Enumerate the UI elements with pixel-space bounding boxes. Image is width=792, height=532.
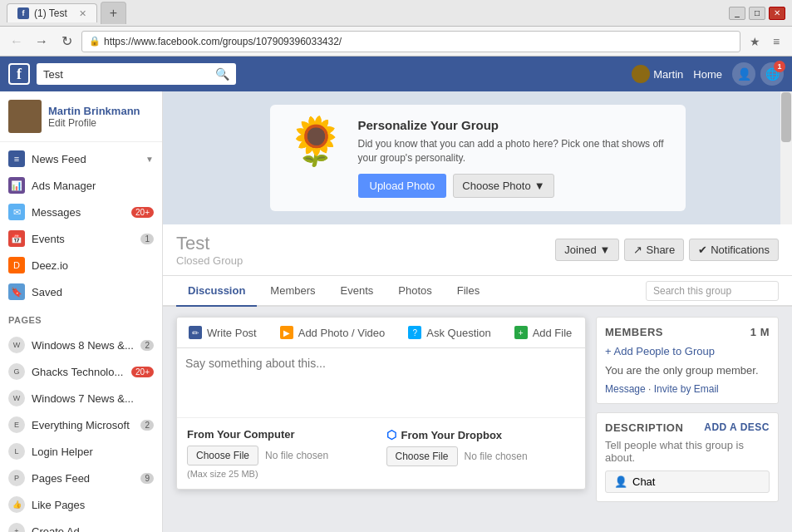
login-helper-icon: L — [8, 443, 25, 460]
from-dropbox-label: From Your Dropbox — [401, 429, 503, 441]
add-people-link[interactable]: + Add People to Group — [605, 345, 770, 357]
joined-arrow: ▼ — [600, 244, 611, 256]
fb-search-box[interactable]: 🔍 — [37, 63, 236, 85]
invite-link[interactable]: Invite by Email — [654, 383, 719, 395]
sidebar-like-pages-label: Like Pages — [32, 499, 85, 511]
sidebar-avatar — [8, 100, 42, 133]
joined-label: Joined — [564, 244, 596, 256]
new-tab-btn[interactable]: + — [101, 2, 126, 24]
title-bar: f (1) Test ✕ + _ □ ✕ — [0, 0, 792, 27]
fb-notifications-btn[interactable]: 🌐 1 — [760, 62, 784, 86]
scrollbar-thumb[interactable] — [781, 92, 791, 142]
tab-files[interactable]: Files — [445, 276, 491, 307]
sidebar-item-messages[interactable]: ✉ Messages 20+ — [0, 199, 162, 225]
sidebar-item-saved[interactable]: 🔖 Saved — [0, 278, 162, 305]
fb-search-icon[interactable]: 🔍 — [215, 67, 229, 81]
group-info-bar: Test Closed Group Joined ▼ ↗ Share ✔ Not… — [163, 224, 792, 276]
message-row: Message · Invite by Email — [605, 383, 770, 395]
sidebar-ghacks-label: Ghacks Technolo... — [32, 366, 123, 378]
address-input[interactable]: 🔒 https://www.facebook.com/groups/107909… — [81, 31, 740, 52]
notif-icon: ✔ — [698, 244, 707, 256]
sidebar-item-login-helper[interactable]: L Login Helper — [0, 438, 162, 465]
forward-btn[interactable]: → — [32, 32, 52, 52]
choose-photo-label: Choose Photo — [462, 180, 530, 192]
browser-tab[interactable]: f (1) Test ✕ — [7, 3, 97, 22]
sidebar-profile-name[interactable]: Martin Brinkmann — [48, 105, 140, 117]
sidebar-item-win7[interactable]: W Windows 7 News &... — [0, 385, 162, 411]
fb-home-link[interactable]: Home — [693, 68, 722, 81]
ghacks-page-icon: G — [8, 363, 25, 380]
sidebar-item-newsfeed[interactable]: ≡ News Feed ▼ — [0, 145, 162, 172]
tab-discussion[interactable]: Discussion — [176, 276, 257, 307]
choose-file-btn-1[interactable]: Choose File — [187, 446, 258, 466]
win8-page-icon: W — [8, 337, 25, 353]
page-content: 🌻 Personalize Your Group Did you know th… — [163, 91, 792, 532]
events-icon: 📅 — [8, 230, 25, 247]
no-file-text-1: No file chosen — [265, 450, 328, 461]
sidebar-item-create-ad[interactable]: + Create Ad — [0, 518, 162, 532]
news-feed-arrow: ▼ — [145, 155, 154, 164]
joined-btn[interactable]: Joined ▼ — [555, 239, 619, 261]
group-tabs: Discussion Members Events Photos Files S… — [163, 276, 792, 307]
personalize-box: 🌻 Personalize Your Group Did you know th… — [270, 105, 686, 211]
sidebar-pages: W Windows 8 News &... 2 G Ghacks Technol… — [0, 328, 162, 532]
sidebar-edit-profile[interactable]: Edit Profile — [48, 117, 140, 129]
sidebar-item-deez[interactable]: D Deez.io — [0, 252, 162, 278]
choose-photo-btn[interactable]: Choose Photo ▼ — [453, 174, 553, 198]
tab-search-box[interactable]: Search this group — [646, 281, 779, 301]
close-btn[interactable]: ✕ — [769, 7, 785, 20]
sidebar-item-microsoft[interactable]: E Everything Microsoft 2 — [0, 411, 162, 438]
sidebar-item-win8[interactable]: W Windows 8 News &... 2 — [0, 332, 162, 358]
sidebar-win7-label: Windows 7 News &... — [32, 392, 134, 405]
share-icon: ↗ — [633, 244, 642, 256]
sidebar-pages-feed-label: Pages Feed — [32, 472, 90, 485]
sidebar-item-ghacks[interactable]: G Ghacks Technolo... 20+ — [0, 358, 162, 385]
upload-photo-btn[interactable]: Upload Photo — [358, 174, 447, 198]
friend-icon: 👤 — [737, 67, 751, 81]
refresh-btn[interactable]: ↻ — [57, 32, 76, 52]
fb-friend-requests-btn[interactable]: 👤 — [732, 62, 755, 86]
choose-file-btn-2[interactable]: Choose File — [386, 446, 458, 466]
fb-avatar-small — [632, 65, 650, 83]
post-tab-photo[interactable]: ▶ Add Photo / Video — [268, 318, 397, 347]
tab-members[interactable]: Members — [258, 276, 327, 307]
sidebar-microsoft-label: Everything Microsoft — [32, 419, 130, 431]
sidebar-profile-info: Martin Brinkmann Edit Profile — [48, 105, 140, 129]
tab-close-btn[interactable]: ✕ — [79, 8, 86, 19]
back-btn[interactable]: ← — [7, 32, 27, 52]
tab-photos[interactable]: Photos — [386, 276, 443, 307]
maximize-btn[interactable]: □ — [749, 7, 765, 20]
sidebar-profile: Martin Brinkmann Edit Profile — [0, 91, 162, 142]
sidebar-item-ads[interactable]: 📊 Ads Manager — [0, 172, 162, 199]
flower-image: 🌻 — [287, 118, 345, 165]
sidebar-events-label: Events — [32, 233, 65, 245]
minimize-btn[interactable]: _ — [729, 7, 745, 20]
bookmark-icon[interactable]: ★ — [745, 32, 764, 51]
sidebar-item-pages-feed[interactable]: P Pages Feed 9 — [0, 465, 162, 491]
post-tab-question[interactable]: ? Ask Question — [396, 318, 502, 347]
sidebar-item-like-pages[interactable]: 👍 Like Pages — [0, 491, 162, 518]
chat-label: Chat — [632, 475, 655, 488]
fb-search-input[interactable] — [43, 68, 210, 81]
post-tab-write[interactable]: ✏ Write Post — [177, 318, 268, 347]
post-tab-file[interactable]: + Add File — [503, 318, 584, 347]
notifications-btn[interactable]: ✔ Notifications — [689, 239, 779, 261]
scrollbar-track[interactable] — [780, 91, 792, 224]
add-desc-link[interactable]: Add a Desc — [704, 421, 770, 434]
sidebar-create-ad-label: Create Ad — [32, 525, 80, 533]
fb-username: Martin — [653, 68, 683, 81]
share-btn[interactable]: ↗ Share — [624, 239, 684, 261]
sidebar-item-events[interactable]: 📅 Events 1 — [0, 225, 162, 252]
only-member-text: You are the only group member. — [605, 364, 770, 377]
post-input[interactable] — [185, 357, 577, 406]
group-sidebar: MEMBERS 1 m + Add People to Group You ar… — [596, 317, 779, 502]
fb-user-profile[interactable]: Martin — [632, 65, 683, 83]
tab-events[interactable]: Events — [329, 276, 386, 307]
tab-favicon: f — [17, 7, 29, 19]
menu-icon[interactable]: ≡ — [767, 32, 785, 51]
ask-question-icon: ? — [408, 326, 421, 339]
ask-question-label: Ask Question — [426, 327, 490, 339]
message-link[interactable]: Message — [605, 383, 646, 395]
ads-icon: 📊 — [8, 177, 25, 194]
chat-btn[interactable]: 👤 Chat — [605, 470, 770, 493]
